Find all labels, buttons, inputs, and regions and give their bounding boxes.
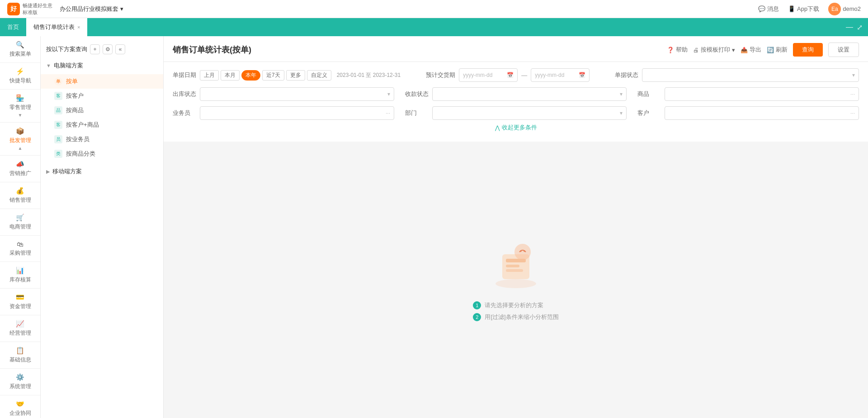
export-btn[interactable]: 📤 导出 [741, 46, 761, 54]
date-btn-this-month[interactable]: 本月 [221, 70, 240, 81]
tip-num-2: 2 [473, 313, 481, 321]
sidebar-item-marketing[interactable]: 📣 营销推广 [0, 156, 40, 182]
tab-maximize-icon[interactable]: ⤢ [857, 23, 863, 32]
scheme-by-goods[interactable]: 品 按商品 [41, 103, 163, 118]
date-btn-custom[interactable]: 自定义 [307, 70, 331, 81]
empty-tip-1: 1 请先选择要分析的方案 [473, 301, 558, 309]
payment-select[interactable]: ▾ [432, 87, 627, 101]
sidebar-item-ecommerce[interactable]: 🛒 电商管理 [0, 209, 40, 236]
avatar: Ea [828, 3, 841, 15]
salesperson-scheme-icon: 员 [54, 135, 62, 143]
goods-input[interactable]: ··· [665, 87, 859, 101]
collapse-filter-btn[interactable]: ⋀ 收起更多条件 [173, 120, 859, 135]
retail-icon: 🏪 [16, 94, 24, 102]
print-chevron-icon: ▾ [732, 47, 735, 53]
purchase-icon: 🛍 [17, 240, 24, 248]
salesperson-input[interactable]: ··· [200, 106, 394, 120]
export-icon: 📤 [741, 47, 748, 53]
sidebar-item-inventory[interactable]: 📊 库存核算 [0, 262, 40, 289]
scheme-settings-btn[interactable]: ⚙ [103, 44, 113, 54]
date-btn-last-month[interactable]: 上月 [200, 70, 219, 81]
payment-chevron-icon: ▾ [620, 91, 623, 97]
company-selector[interactable]: 办公用品行业模拟账套 ▾ [56, 5, 127, 13]
pc-section-header[interactable]: ▼ 电脑端方案 [41, 59, 163, 72]
tab-bar: 首页 销售订单统计表 × — ⤢ [0, 18, 868, 36]
filter-area: 单据日期 上月 本月 本年 近7天 更多 自定义 2023-01-01 至 20… [164, 62, 868, 142]
date-range-text: 2023-01-01 至 2023-12-31 [337, 71, 401, 79]
tab-close-icon[interactable]: × [77, 24, 80, 30]
sidebar-item-purchase[interactable]: 🛍 采购管理 [0, 236, 40, 262]
goods-scheme-icon: 品 [54, 106, 62, 114]
svg-point-7 [524, 250, 525, 252]
status-select[interactable]: ▾ [642, 68, 859, 82]
query-button[interactable]: 查询 [793, 43, 823, 57]
settings-button[interactable]: 设置 [828, 43, 859, 57]
date-btn-more[interactable]: 更多 [286, 70, 305, 81]
tab-minimize-icon[interactable]: — [846, 23, 853, 31]
top-bar: 好 畅捷通好生意 标准版 办公用品行业模拟账套 ▾ 💬 消息 📱 App下载 E… [0, 0, 868, 18]
filter-row-1: 单据日期 上月 本月 本年 近7天 更多 自定义 2023-01-01 至 20… [173, 68, 859, 82]
system-icon: ⚙️ [16, 373, 24, 381]
customer-input[interactable]: ··· [665, 106, 859, 120]
tab-home[interactable]: 首页 [0, 18, 26, 36]
scheme-by-salesperson[interactable]: 员 按业务员 [41, 132, 163, 147]
goods-field: 商品 ··· [637, 87, 859, 101]
status-label: 单据状态 [615, 71, 638, 79]
scheme-by-category[interactable]: 类 按商品分类 [41, 147, 163, 161]
calendar-end-icon: 📅 [579, 72, 585, 78]
mobile-section: ▶ 移动端方案 [41, 165, 163, 178]
user-menu[interactable]: Ea demo2 [828, 3, 861, 15]
sidebar-item-basic[interactable]: 📋 基础信息 [0, 342, 40, 369]
filter-row-2: 出库状态 ▾ 收款状态 ▾ 商品 [173, 87, 859, 101]
sidebar-item-cooperation[interactable]: 🤝 企业协同 [0, 395, 40, 418]
sales-icon: 💰 [16, 187, 24, 195]
pc-section-items: 单 按单 客 按客户 品 按商品 客 按客户+商品 [41, 72, 163, 163]
category-scheme-icon: 类 [54, 150, 62, 158]
message-btn[interactable]: 💬 消息 [758, 5, 779, 13]
department-chevron-icon: ▾ [620, 110, 623, 116]
app-download-btn[interactable]: 📱 App下载 [788, 5, 819, 13]
expected-date-inputs: yyyy-mm-dd 📅 — yyyy-mm-dd 📅 [459, 68, 590, 82]
order-stats-tab-label: 销售订单统计表 [33, 23, 75, 31]
scheme-by-order[interactable]: 单 按单 [41, 74, 163, 89]
sidebar-item-retail[interactable]: 🏪 零售管理 ▼ [0, 90, 40, 123]
template-print-btn[interactable]: 🖨 按模板打印 ▾ [693, 46, 735, 54]
sidebar-item-sales[interactable]: 💰 销售管理 [0, 182, 40, 209]
collapse-icon: ⋀ [495, 124, 500, 131]
sidebar-item-wholesale[interactable]: 📦 批发管理 ▲ [0, 123, 40, 156]
chevron-up-icon: ▲ [18, 146, 23, 151]
filter-row-3: 业务员 ··· 部门 ▾ 客户 [173, 106, 859, 120]
date-btn-this-year[interactable]: 本年 [241, 70, 260, 81]
marketing-icon: 📣 [16, 160, 24, 168]
payment-label: 收款状态 [405, 90, 429, 98]
sidebar-item-operation[interactable]: 📈 经营管理 [0, 315, 40, 342]
help-btn[interactable]: ❓ 帮助 [667, 46, 688, 54]
expected-date-end[interactable]: yyyy-mm-dd 📅 [531, 68, 590, 82]
tab-order-stats[interactable]: 销售订单统计表 × [26, 18, 87, 36]
chevron-down-icon: ▼ [18, 113, 23, 118]
section-arrow-icon: ▼ [46, 63, 51, 68]
sidebar-item-finance[interactable]: 💳 资金管理 [0, 289, 40, 315]
date-btn-7days[interactable]: 近7天 [262, 70, 284, 81]
expected-date-label: 预计交货期 [426, 71, 455, 79]
collapse-panel-btn[interactable]: « [115, 44, 125, 54]
sidebar-item-search-menu[interactable]: 🔍 搜索菜单 [0, 36, 40, 63]
print-icon: 🖨 [693, 47, 699, 53]
department-select[interactable]: ▾ [432, 106, 627, 120]
refresh-icon: 🔄 [767, 47, 774, 53]
shipment-select[interactable]: ▾ [200, 87, 394, 101]
mobile-section-header[interactable]: ▶ 移动端方案 [41, 165, 163, 178]
add-scheme-btn[interactable]: + [90, 44, 100, 54]
status-row-item: 单据状态 ▾ [615, 68, 859, 82]
basic-icon: 📋 [16, 347, 24, 355]
expected-date-start[interactable]: yyyy-mm-dd 📅 [459, 68, 518, 82]
goods-label: 商品 [637, 90, 661, 98]
sidebar-item-quick-nav[interactable]: ⚡ 快捷导航 [0, 63, 40, 90]
scheme-by-customer-goods[interactable]: 客 按客户+商品 [41, 118, 163, 132]
scheme-by-customer[interactable]: 客 按客户 [41, 89, 163, 103]
svg-point-5 [514, 244, 531, 260]
refresh-btn[interactable]: 🔄 刷新 [767, 46, 788, 54]
top-bar-right: 💬 消息 📱 App下载 Ea demo2 [758, 3, 861, 15]
sidebar-item-system[interactable]: ⚙️ 系统管理 [0, 369, 40, 395]
shipment-field: 出库状态 ▾ [173, 87, 394, 101]
